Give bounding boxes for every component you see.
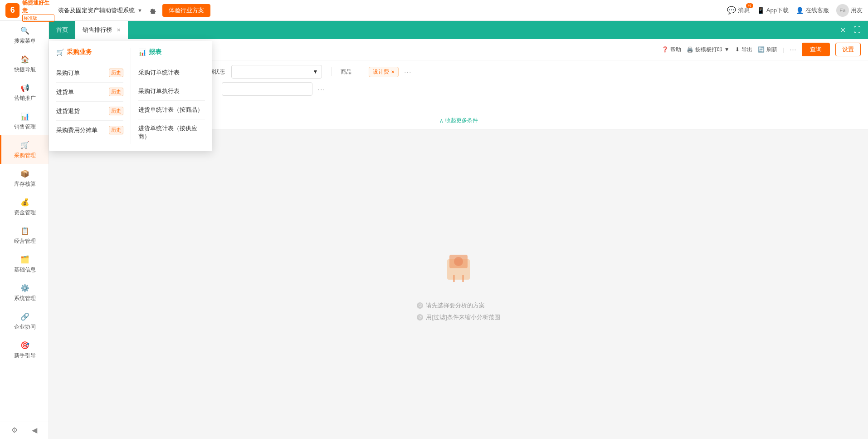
help-button[interactable]: ❓ 帮助 — [662, 46, 681, 54]
logo-text-area: 畅捷通好生意 标准版 — [22, 0, 54, 22]
refresh-button[interactable]: 🔄 刷新 — [758, 46, 777, 54]
sidebar-item-marketing[interactable]: 📢 营销推广 — [0, 78, 49, 107]
purchase-title-text: 采购业务 — [67, 48, 92, 56]
inbound-supplier-label: 进货单统计表（按供应商） — [138, 124, 205, 141]
dropdown-report-section: 📊 报表 采购订单统计表 采购订单执行表 进货单统计表（按商品） 进货单统计表（… — [138, 48, 205, 144]
tab-sales-rank-label: 销售排行榜 — [83, 26, 112, 34]
empty-tip-2-text: 用[过滤]条件来缩小分析范围 — [426, 311, 500, 323]
industry-button[interactable]: 体验行业方案 — [162, 4, 210, 17]
system-title-text: 装备及固定资产辅助管理系统 — [58, 6, 135, 15]
tab-sales-rank[interactable]: 销售排行榜 ✕ — [75, 21, 128, 39]
salesperson-more-dots[interactable]: ··· — [318, 86, 326, 93]
system-title-dropdown[interactable]: ▼ — [137, 8, 142, 13]
separator3 — [56, 120, 123, 121]
report-menu-icon: 📊 — [138, 49, 146, 56]
tab-fullscreen-btn[interactable]: ⛶ — [852, 25, 863, 35]
po-stat-label: 采购订单统计表 — [138, 69, 180, 77]
purchase-icon: 🛒 — [20, 140, 30, 150]
empty-tip-1: ① 请先选择要分析的方案 — [417, 300, 500, 311]
dropdown-item-po[interactable]: 采购订单 历史 — [56, 65, 123, 80]
online-service-button[interactable]: 👤 在线客服 — [796, 6, 829, 15]
salesperson-select[interactable] — [222, 82, 312, 96]
home-icon: 🏠 — [20, 54, 30, 64]
sidebar-item-capital[interactable]: 💰 资金管理 — [0, 192, 49, 221]
dropdown-item-po-stat[interactable]: 采购订单统计表 — [138, 65, 205, 80]
sidebar-item-system[interactable]: ⚙️ 系统管理 — [0, 278, 49, 307]
po-label: 采购订单 — [56, 69, 80, 77]
tab-home[interactable]: 首页 — [49, 21, 75, 39]
query-button[interactable]: 查询 — [802, 43, 830, 56]
dropdown-item-return[interactable]: 进货退货 历史 — [56, 104, 123, 118]
tab-close-all-btn[interactable]: ✕ — [837, 25, 848, 35]
guide-icon: 🎯 — [20, 340, 30, 350]
dropdown-item-inbound-supplier[interactable]: 进货单统计表（按供应商） — [138, 121, 205, 144]
service-label: 在线客服 — [805, 6, 829, 15]
inbound-goods-label: 进货单统计表（按商品） — [138, 106, 203, 114]
main-layout: 🔍 搜索菜单 🏠 快捷导航 📢 营销推广 📊 销售管理 🛒 采购管理 📦 库存核… — [0, 21, 868, 439]
sidebar-item-enterprise[interactable]: 🔗 企业协同 — [0, 307, 49, 335]
collapse-label: 收起更多条件 — [445, 117, 478, 124]
divider2 — [331, 67, 332, 76]
dropdown-menu: 🛒 采购业务 采购订单 历史 进货单 历史 进货退货 历史 — [49, 41, 212, 151]
sidebar-item-basic-info[interactable]: 🗂️ 基础信息 — [0, 250, 49, 278]
sidebar-label-basic-info: 基础信息 — [14, 266, 36, 274]
more-dots[interactable]: ··· — [790, 45, 796, 54]
logo-area: 6 畅捷通好生意 标准版 — [5, 0, 54, 22]
empty-illustration — [436, 246, 481, 292]
dropdown-item-inbound[interactable]: 进货单 历史 — [56, 84, 123, 99]
sidebar-label-inventory: 库存核算 — [14, 180, 36, 188]
logo-icon: 6 — [5, 3, 20, 18]
dropdown-report-title: 📊 报表 — [138, 48, 205, 60]
sidebar-label-quick-nav: 快捷导航 — [14, 66, 36, 74]
empty-dot-2: ② — [417, 314, 423, 321]
settings-button[interactable]: 设置 — [835, 43, 861, 56]
export-button[interactable]: ⬇ 导出 — [735, 46, 752, 54]
search-icon: 🔍 — [20, 25, 30, 35]
top-header: 6 畅捷通好生意 标准版 装备及固定资产辅助管理系统 ▼ 体验行业方案 💬 消息… — [0, 0, 868, 21]
sidebar-item-guide[interactable]: 🎯 新手引导 — [0, 335, 49, 364]
sidebar-label-marketing: 营销推广 — [14, 94, 36, 102]
inbound-label: 进货单 — [56, 88, 74, 96]
goods-tag: 设计费 ✕ — [369, 67, 399, 77]
print-button[interactable]: 🖨️ 按模板打印 ▼ — [687, 46, 730, 54]
sidebar-label-sales: 销售管理 — [14, 123, 36, 131]
tab-home-label: 首页 — [56, 26, 68, 34]
sidebar-settings-btn[interactable]: ⚙ — [11, 426, 18, 434]
voucher-status-select[interactable]: ▼ — [231, 65, 322, 79]
app-label: App下载 — [766, 6, 789, 15]
message-button[interactable]: 💬 消息 6 — [727, 6, 750, 15]
app-download-button[interactable]: 📱 App下载 — [757, 6, 789, 15]
sidebar-label-capital: 资金管理 — [14, 209, 36, 217]
dropdown-item-po-exec[interactable]: 采购订单执行表 — [138, 84, 205, 99]
user-area[interactable]: Ea 用友 — [836, 4, 863, 17]
sidebar-item-search[interactable]: 🔍 搜索菜单 — [0, 21, 49, 49]
sidebar-item-inventory[interactable]: 📦 库存核算 — [0, 164, 49, 192]
sidebar-item-quick-nav[interactable]: 🏠 快捷导航 — [0, 49, 49, 78]
collapse-icon: ∧ — [439, 118, 444, 124]
sidebar-collapse-btn[interactable]: ◀ — [32, 426, 37, 434]
dropdown-purchase-section: 🛒 采购业务 采购订单 历史 进货单 历史 进货退货 历史 — [56, 48, 123, 144]
goods-more-dots[interactable]: ··· — [404, 69, 412, 75]
report-title-text: 报表 — [149, 48, 161, 56]
sidebar-item-operation[interactable]: 📋 经营管理 — [0, 221, 49, 250]
separator4 — [138, 82, 205, 82]
dropdown-item-inbound-goods[interactable]: 进货单统计表（按商品） — [138, 103, 205, 117]
dropdown-purchase-title: 🛒 采购业务 — [56, 48, 123, 60]
header-right: 💬 消息 6 📱 App下载 👤 在线客服 Ea 用友 — [727, 4, 863, 17]
sidebar-item-sales[interactable]: 📊 销售管理 — [0, 107, 49, 135]
gear-button[interactable] — [146, 4, 159, 17]
sidebar-item-purchase[interactable]: 🛒 采购管理 — [0, 135, 49, 164]
collapse-button[interactable]: ∧ 收起更多条件 — [439, 117, 478, 124]
dropdown-item-cost[interactable]: 采购费用分摊单 历史 — [56, 123, 123, 138]
goods-tag-close[interactable]: ✕ — [391, 69, 395, 74]
sidebar-label-search: 搜索菜单 — [14, 37, 36, 45]
goods-tag-value: 设计费 — [373, 68, 389, 76]
sidebar-label-enterprise: 企业协同 — [14, 323, 36, 331]
goods-label: 商品 — [341, 68, 363, 76]
sidebar-label-operation: 经营管理 — [14, 237, 36, 245]
sidebar-label-guide: 新手引导 — [14, 352, 36, 360]
tab-close-icon[interactable]: ✕ — [117, 27, 121, 33]
marketing-icon: 📢 — [20, 83, 30, 93]
separator5 — [138, 100, 205, 101]
print-dropdown-icon[interactable]: ▼ — [724, 46, 730, 53]
